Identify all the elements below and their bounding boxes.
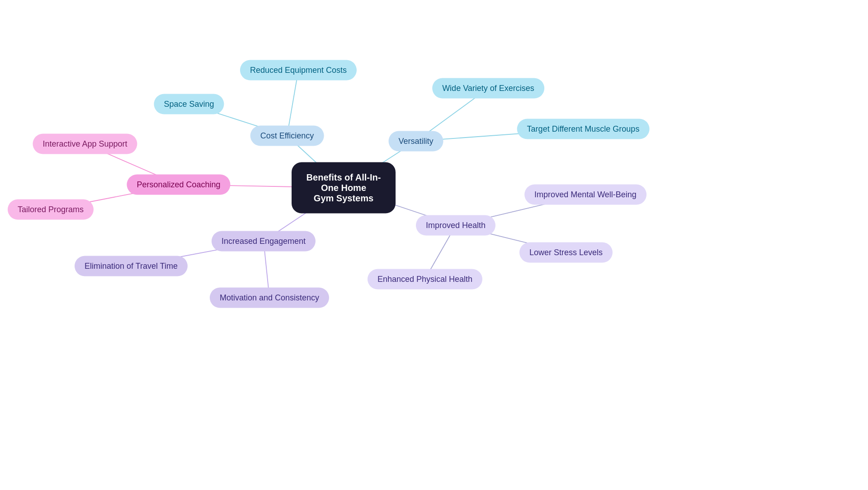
node-target_muscle: Target Different Muscle Groups bbox=[517, 119, 650, 139]
node-center: Benefits of All-In-One Home Gym Systems bbox=[292, 162, 396, 214]
mindmap-container: Benefits of All-In-One Home Gym SystemsC… bbox=[0, 0, 868, 490]
node-motivation: Motivation and Consistency bbox=[210, 288, 329, 308]
node-space_saving: Space Saving bbox=[154, 94, 224, 114]
connection-lines bbox=[0, 0, 868, 490]
node-increased_engagement: Increased Engagement bbox=[212, 231, 316, 252]
node-interactive_app: Interactive App Support bbox=[33, 134, 137, 154]
node-wide_variety: Wide Variety of Exercises bbox=[432, 78, 544, 99]
node-enhanced_physical: Enhanced Physical Health bbox=[368, 269, 482, 290]
node-lower_stress: Lower Stress Levels bbox=[519, 243, 613, 263]
node-reduced_equipment: Reduced Equipment Costs bbox=[240, 60, 357, 81]
node-improved_health: Improved Health bbox=[416, 215, 495, 236]
node-versatility: Versatility bbox=[388, 131, 443, 152]
node-elimination_travel: Elimination of Travel Time bbox=[75, 256, 188, 276]
node-tailored_programs: Tailored Programs bbox=[8, 200, 94, 220]
node-improved_mental: Improved Mental Well-Being bbox=[524, 185, 646, 205]
node-personalized_coaching: Personalized Coaching bbox=[127, 175, 230, 195]
node-cost_efficiency: Cost Efficiency bbox=[250, 126, 324, 146]
